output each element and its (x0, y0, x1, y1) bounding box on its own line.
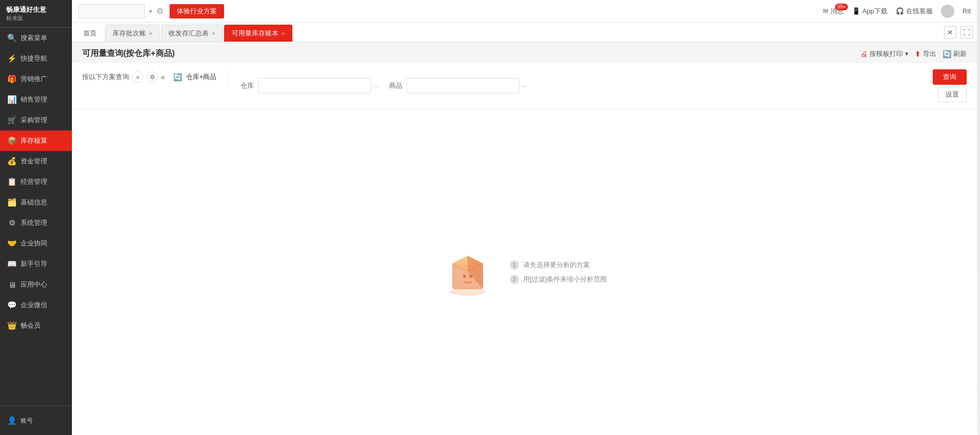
sidebar-item-14[interactable]: 👑畅会员 (0, 315, 72, 336)
sidebar-label-10: 企业协同 (21, 239, 47, 248)
filter-option-warehouse-goods[interactable]: 🔄 仓库+商品 (168, 69, 222, 85)
filter-option-icon: 🔄 (173, 73, 182, 81)
print-icon: 🖨 (860, 50, 867, 58)
tab-inventory-batch[interactable]: 库存批次账 × (105, 25, 160, 42)
right-scrollbar[interactable] (977, 0, 980, 435)
filter-collapse-button[interactable]: « (161, 73, 165, 81)
filter-right-panel: 仓库 ··· 商品 ··· 查询 设置 (236, 69, 967, 102)
goods-label: 商品 (389, 81, 402, 90)
print-action[interactable]: 🖨 按模板打印 ▾ (860, 49, 909, 59)
refresh-label: 刷新 (953, 49, 967, 59)
sidebar-item-1[interactable]: ⚡快捷导航 (0, 48, 72, 69)
empty-illustration (442, 243, 493, 301)
filter-actions: + ⚙ « (132, 69, 165, 83)
headset-icon: 🎧 (896, 7, 904, 15)
sidebar-icon-0: 🔍 (7, 33, 16, 43)
print-chevron: ▾ (905, 50, 909, 58)
sidebar-label-0: 搜索菜单 (21, 33, 47, 43)
warehouse-input[interactable] (258, 78, 371, 93)
export-label: 导出 (923, 49, 936, 59)
sidebar-item-6[interactable]: 💰资金管理 (0, 151, 72, 172)
sidebar-label-3: 销售管理 (21, 95, 47, 104)
sidebar-item-10[interactable]: 🤝企业协同 (0, 233, 72, 254)
sidebar-item-5[interactable]: 📦库存核算 (0, 130, 72, 151)
filter-label: 按以下方案查询 (82, 69, 129, 82)
tabbar-actions: ✕ ⛶ (944, 26, 973, 42)
sidebar-label-13: 企业微信 (21, 300, 47, 310)
message-badge: 99+ (835, 4, 848, 10)
filter-add-button[interactable]: + (132, 71, 143, 83)
close-window-button[interactable]: ✕ (944, 26, 956, 39)
sidebar-icon-11: 📖 (7, 259, 16, 269)
message-item[interactable]: ✉ 消息 99+ (823, 7, 844, 16)
filter-right-actions: 查询 设置 (933, 69, 967, 102)
message-icon: ✉ (823, 7, 828, 15)
goods-input[interactable] (406, 78, 520, 93)
gear-icon[interactable]: ⚙ (156, 6, 163, 16)
sidebar-item-7[interactable]: 📋经营管理 (0, 172, 72, 192)
sidebar-item-3[interactable]: 📊销售管理 (0, 89, 72, 110)
avatar[interactable] (941, 5, 954, 18)
sidebar-icon-4: 🛒 (7, 116, 16, 125)
tab-available-stock[interactable]: 可用量库存账本 × (224, 25, 292, 42)
user-name[interactable]: Rit (963, 7, 971, 15)
sidebar-bottom-label: 账号 (21, 417, 33, 425)
filter-options: 🔄 仓库+商品 (168, 69, 222, 85)
sidebar-item-9[interactable]: ⚙系统管理 (0, 213, 72, 233)
empty-step2: 2 用[过滤]条件来缩小分析范围 (510, 275, 607, 284)
sidebar-icon-12: 🖥 (7, 280, 16, 289)
refresh-icon: 🔄 (942, 50, 951, 58)
filter-option-text: 仓库+商品 (186, 72, 217, 82)
tab-inventory-batch-close[interactable]: × (149, 30, 152, 36)
warehouse-label: 仓库 (241, 81, 254, 90)
sidebar-item-12[interactable]: 🖥应用中心 (0, 274, 72, 295)
chevron-down-icon[interactable]: ▾ (149, 8, 152, 15)
refresh-action[interactable]: 🔄 刷新 (942, 49, 967, 59)
sidebar-bottom: 👤 账号 (0, 406, 72, 435)
sidebar-icon-9: ⚙ (7, 218, 16, 228)
sidebar-item-4[interactable]: 🛒采购管理 (0, 110, 72, 130)
sidebar-icon-2: 🎁 (7, 74, 16, 84)
tab-available-stock-close[interactable]: × (282, 30, 285, 36)
sidebar-item-8[interactable]: 🗂️基础信息 (0, 192, 72, 213)
app-download-item[interactable]: 📱 App下载 (852, 7, 887, 16)
sidebar-nav: 🔍搜索菜单⚡快捷导航🎁营销推广📊销售管理🛒采购管理📦库存核算💰资金管理📋经营管理… (0, 28, 72, 406)
expand-window-button[interactable]: ⛶ (960, 26, 973, 39)
step-num-2: 2 (510, 275, 519, 284)
sidebar-label-8: 基础信息 (21, 198, 47, 207)
tab-home-label: 首页 (83, 29, 97, 38)
empty-step2-text: 用[过滤]条件来缩小分析范围 (523, 275, 607, 284)
filter-settings-button[interactable]: ⚙ (146, 71, 158, 83)
goods-field: 商品 ··· (389, 78, 527, 93)
sidebar-item-11[interactable]: 📖新手引导 (0, 254, 72, 274)
sidebar-label-9: 系统管理 (21, 218, 47, 228)
app-name: 畅康通好生意 (6, 5, 66, 14)
sidebar-item-0[interactable]: 🔍搜索菜单 (0, 28, 72, 48)
svg-point-7 (469, 275, 472, 278)
filter-fields: 仓库 ··· 商品 ··· (241, 78, 924, 93)
sidebar-label-2: 营销推广 (21, 74, 47, 84)
settings-button[interactable]: 设置 (938, 87, 967, 102)
search-input[interactable] (78, 4, 145, 18)
sidebar-label-7: 经营管理 (21, 177, 47, 186)
warehouse-more-icon[interactable]: ··· (373, 82, 379, 90)
query-button[interactable]: 查询 (933, 69, 967, 85)
empty-state: 1 请先选择要分析的方案 2 用[过滤]条件来缩小分析范围 (72, 109, 977, 435)
sidebar-icon-6: 💰 (7, 157, 16, 166)
sidebar-item-13[interactable]: 💬企业微信 (0, 295, 72, 315)
warehouse-field: 仓库 ··· (241, 78, 379, 93)
empty-step1-text: 请先选择要分析的方案 (523, 260, 590, 270)
app-download-label: App下载 (862, 7, 887, 16)
goods-more-icon[interactable]: ··· (522, 82, 527, 90)
filter-left-panel: 按以下方案查询 + ⚙ « 🔄 仓库+商品 (82, 69, 228, 85)
sidebar-item-2[interactable]: 🎁营销推广 (0, 69, 72, 89)
export-action[interactable]: ⬆ 导出 (915, 49, 936, 59)
tab-home[interactable]: 首页 (76, 25, 104, 42)
topbar-right: ✉ 消息 99+ 📱 App下载 🎧 在线客服 Rit (823, 5, 971, 18)
tab-stock-summary[interactable]: 收发存汇总表 × (161, 25, 223, 42)
online-service-item[interactable]: 🎧 在线客服 (896, 7, 933, 16)
sidebar-bottom-user[interactable]: 👤 账号 (0, 410, 72, 431)
tab-stock-summary-close[interactable]: × (212, 30, 215, 36)
sidebar-label-1: 快捷导航 (21, 54, 47, 63)
industry-solution-button[interactable]: 体验行业方案 (170, 4, 224, 18)
